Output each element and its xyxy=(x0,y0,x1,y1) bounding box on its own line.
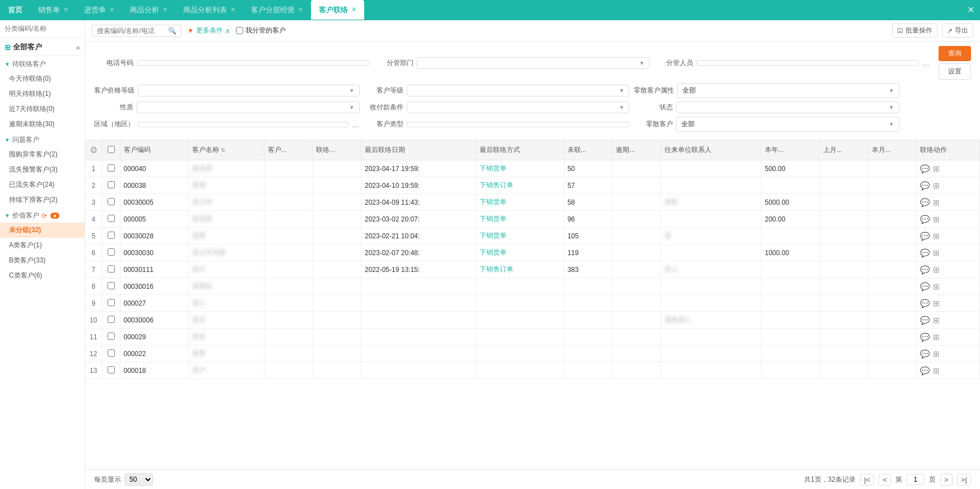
last-method-link[interactable]: 下销售订单 xyxy=(480,181,513,189)
contact-icon[interactable]: 💬 xyxy=(920,215,930,224)
manager-dots-btn[interactable]: … xyxy=(922,58,930,67)
row-checkbox[interactable] xyxy=(102,362,120,379)
tab-product-analysis-list-close[interactable]: ✕ xyxy=(230,6,235,13)
tab-purchase-close[interactable]: ✕ xyxy=(109,6,114,13)
select-all-checkbox[interactable] xyxy=(108,146,115,153)
more-actions-icon[interactable]: ⊞ xyxy=(933,366,940,375)
contact-icon[interactable]: 💬 xyxy=(920,316,930,325)
row-checkbox[interactable] xyxy=(102,329,120,345)
tab-product-analysis-list[interactable]: 商品分析列表 ✕ xyxy=(175,0,243,20)
row-check-input[interactable] xyxy=(108,333,115,340)
price-grade-select[interactable]: ▼ xyxy=(138,85,360,96)
tab-customer-contact[interactable]: 客户联络 ✕ xyxy=(311,0,364,20)
more-conditions-btn[interactable]: ▼ 更多条件 ∧ xyxy=(187,26,230,35)
contact-icon[interactable]: 💬 xyxy=(920,181,930,190)
contact-icon[interactable]: 💬 xyxy=(920,299,930,308)
row-check-input[interactable] xyxy=(108,299,115,306)
sidebar-item-declining[interactable]: 持续下滑客户(2) xyxy=(0,192,85,207)
row-check-input[interactable] xyxy=(108,248,115,256)
row-checkbox[interactable] xyxy=(102,194,120,211)
more-actions-icon[interactable]: ⊞ xyxy=(933,215,940,224)
row-check-input[interactable] xyxy=(108,164,115,172)
next-page-btn[interactable]: > xyxy=(940,474,953,486)
sidebar-item-churned[interactable]: 已流失客户(24) xyxy=(0,177,85,192)
filter-search-icon[interactable]: 🔍 xyxy=(168,27,177,35)
scatter-select[interactable]: 全部▼ xyxy=(676,117,899,132)
contact-icon[interactable]: 💬 xyxy=(920,248,930,257)
row-check-input[interactable] xyxy=(108,366,115,373)
per-page-select[interactable]: 50 20 100 xyxy=(124,473,153,486)
payment-select[interactable]: ▼ xyxy=(407,102,630,113)
filter-search-input[interactable] xyxy=(97,27,166,35)
more-actions-icon[interactable]: ⊞ xyxy=(933,299,940,308)
tab-customer-segment[interactable]: 客户分层经营 ✕ xyxy=(243,0,311,20)
sidebar-item-class-a[interactable]: A类客户(1) xyxy=(0,238,85,253)
last-method-link[interactable]: 下销货单 xyxy=(480,215,507,223)
customer-grade-select[interactable]: ▼ xyxy=(407,85,630,96)
sidebar-search-bar[interactable]: 🔍 xyxy=(0,20,85,38)
sidebar-collapse-btn[interactable]: « xyxy=(76,43,80,52)
more-actions-icon[interactable]: ⊞ xyxy=(933,282,940,291)
tab-bar-close-all[interactable]: ✕ xyxy=(967,4,974,15)
more-actions-icon[interactable]: ⊞ xyxy=(933,349,940,358)
row-last-method[interactable]: 下销货单 xyxy=(476,211,564,228)
sidebar-item-class-c[interactable]: C类客户(6) xyxy=(0,268,85,283)
contact-icon[interactable]: 💬 xyxy=(920,349,930,358)
region-dots-btn[interactable]: … xyxy=(352,120,360,129)
tab-product-analysis[interactable]: 商品分析 ✕ xyxy=(122,0,175,20)
contact-icon[interactable]: 💬 xyxy=(920,164,930,173)
tab-sales[interactable]: 销售单 ✕ xyxy=(30,0,76,20)
region-input[interactable] xyxy=(138,122,349,127)
row-checkbox[interactable] xyxy=(102,160,120,177)
row-check-input[interactable] xyxy=(108,215,115,222)
value-refresh-icon[interactable]: ⟳ xyxy=(41,212,47,220)
last-method-link[interactable]: 下销货单 xyxy=(480,248,507,256)
my-customers-checkbox[interactable]: 我分管的客户 xyxy=(236,26,286,35)
filter-search-box[interactable]: 🔍 xyxy=(92,25,182,37)
contact-icon[interactable]: 💬 xyxy=(920,282,930,291)
row-last-method[interactable]: 下销货单 xyxy=(476,160,564,177)
sidebar-item-tomorrow[interactable]: 明天待联络(1) xyxy=(0,86,85,102)
first-page-btn[interactable]: |< xyxy=(860,474,874,486)
row-checkbox[interactable] xyxy=(102,295,120,312)
manager-input[interactable] xyxy=(696,60,918,66)
sidebar-section-value[interactable]: ▼ 价值客户 ⟳ ● xyxy=(0,207,85,223)
phone-input[interactable] xyxy=(137,60,370,66)
row-checkbox[interactable] xyxy=(102,245,120,261)
tab-sales-close[interactable]: ✕ xyxy=(63,6,68,13)
row-checkbox[interactable] xyxy=(102,211,120,228)
sidebar-item-churn-warning[interactable]: 流失预警客户(3) xyxy=(0,162,85,177)
nature-select[interactable]: ▼ xyxy=(137,102,360,113)
sidebar-item-7days[interactable]: 近7天待联络(0) xyxy=(0,102,85,117)
more-actions-icon[interactable]: ⊞ xyxy=(933,181,940,190)
batch-ops-btn[interactable]: ☑ 批量操作 xyxy=(892,24,937,38)
more-actions-icon[interactable]: ⊞ xyxy=(933,248,940,257)
last-page-btn[interactable]: >| xyxy=(957,474,971,486)
tab-home[interactable]: 首页 xyxy=(0,0,30,20)
row-checkbox[interactable] xyxy=(102,177,120,194)
status-select[interactable]: ▼ xyxy=(676,102,899,113)
contact-icon[interactable]: 💬 xyxy=(920,198,930,207)
last-method-link[interactable]: 下销货单 xyxy=(480,232,507,239)
tab-product-analysis-close[interactable]: ✕ xyxy=(162,6,168,13)
page-input[interactable] xyxy=(907,474,925,485)
row-checkbox[interactable] xyxy=(102,228,120,245)
row-checkbox[interactable] xyxy=(102,261,120,278)
sidebar-item-class-b[interactable]: B类客户(33) xyxy=(0,253,85,268)
sidebar-item-ungrouped[interactable]: 未分组(32) xyxy=(0,223,85,238)
export-btn[interactable]: ↗ 导出 xyxy=(942,24,973,38)
more-actions-icon[interactable]: ⊞ xyxy=(933,265,940,274)
sidebar-all-customers[interactable]: ⊞ 全部客户 « xyxy=(0,38,85,56)
row-check-input[interactable] xyxy=(108,181,115,188)
sidebar-section-pending[interactable]: ▼ 待联络客户 xyxy=(0,56,85,71)
contact-icon[interactable]: 💬 xyxy=(920,232,930,241)
more-actions-icon[interactable]: ⊞ xyxy=(933,198,940,207)
more-actions-icon[interactable]: ⊞ xyxy=(933,164,940,173)
last-method-link[interactable]: 下销货单 xyxy=(480,164,507,172)
row-last-method[interactable]: 下销售订单 xyxy=(476,261,564,278)
sidebar-section-problem[interactable]: ▼ 问题客户 xyxy=(0,132,85,147)
row-check-input[interactable] xyxy=(108,265,115,273)
sidebar-item-overdue[interactable]: 逾期未联络(30) xyxy=(0,117,85,132)
row-check-input[interactable] xyxy=(108,282,115,289)
sidebar-item-today[interactable]: 今天待联络(0) xyxy=(0,71,85,86)
